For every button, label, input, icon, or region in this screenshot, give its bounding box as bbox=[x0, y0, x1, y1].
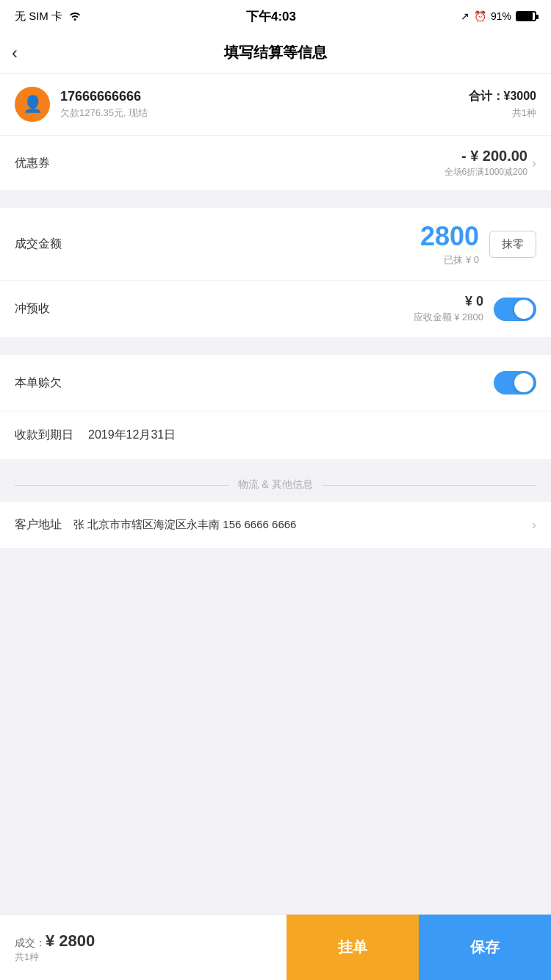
customer-section: 👤 17666666666 欠款1276.35元, 现结 合计：¥3000 共1… bbox=[0, 73, 551, 190]
save-button[interactable]: 保存 bbox=[419, 915, 551, 981]
amount-right: 2800 已抹 ¥ 0 抹零 bbox=[420, 221, 536, 267]
pre-collection-value: ¥ 0 bbox=[414, 294, 483, 309]
pre-collection-row: 冲预收 ¥ 0 应收金额 ¥ 2800 bbox=[0, 281, 551, 337]
divider-2 bbox=[0, 346, 551, 355]
address-chevron-icon: › bbox=[532, 517, 536, 533]
status-right: ↗ ⏰ 91% bbox=[461, 10, 536, 22]
battery-icon bbox=[516, 11, 536, 21]
chevron-right-icon: › bbox=[532, 156, 536, 171]
logistics-label: 物流 & 其他信息 bbox=[238, 478, 312, 491]
back-button[interactable]: ‹ bbox=[12, 43, 18, 63]
logistics-divider: 物流 & 其他信息 bbox=[0, 468, 551, 502]
amount-col: 2800 已抹 ¥ 0 bbox=[420, 221, 479, 267]
battery-label: 91% bbox=[491, 10, 511, 22]
wifi-icon bbox=[68, 10, 82, 23]
amount-row: 成交金额 2800 已抹 ¥ 0 抹零 bbox=[0, 208, 551, 281]
amount-label: 成交金额 bbox=[15, 237, 62, 252]
avatar-icon: 👤 bbox=[23, 95, 43, 114]
avatar: 👤 bbox=[15, 87, 50, 122]
pre-collection-value-col: ¥ 0 应收金额 ¥ 2800 bbox=[414, 294, 483, 324]
coupon-right: - ¥ 200.00 全场6折满1000减200 › bbox=[444, 148, 536, 179]
carrier-label: 无 SIM 卡 bbox=[15, 10, 62, 24]
amount-section: 成交金额 2800 已抹 ¥ 0 抹零 冲预收 ¥ 0 应收金额 ¥ 2800 bbox=[0, 208, 551, 337]
coupon-value: - ¥ 200.00 bbox=[444, 148, 527, 165]
debt-label: 本单赊欠 bbox=[15, 375, 62, 391]
bottom-spacer bbox=[0, 557, 551, 623]
page-title: 填写结算等信息 bbox=[224, 43, 327, 62]
address-label: 客户地址 bbox=[15, 517, 62, 533]
debt-toggle[interactable] bbox=[494, 371, 536, 394]
total-label: 合计： bbox=[469, 90, 504, 102]
pre-collection-toggle[interactable] bbox=[494, 298, 536, 321]
debt-section: 本单赊欠 收款到期日 2019年12月31日 bbox=[0, 355, 551, 459]
coupon-label: 优惠券 bbox=[15, 156, 50, 171]
hold-button[interactable]: 挂单 bbox=[287, 915, 419, 981]
due-date-label: 收款到期日 bbox=[15, 428, 73, 443]
customer-right: 合计：¥3000 共1种 bbox=[469, 89, 537, 120]
status-time: 下午4:03 bbox=[246, 8, 296, 25]
divider-line-right bbox=[322, 485, 536, 486]
amount-sub: 已抹 ¥ 0 bbox=[420, 253, 479, 267]
pre-collection-right: ¥ 0 应收金额 ¥ 2800 bbox=[414, 294, 536, 324]
bottom-bar: 成交：¥ 2800 共1种 挂单 保存 bbox=[0, 914, 551, 980]
coupon-value-block: - ¥ 200.00 全场6折满1000减200 bbox=[444, 148, 527, 179]
customer-total: 合计：¥3000 bbox=[469, 89, 537, 104]
customer-info: 17666666666 欠款1276.35元, 现结 bbox=[60, 89, 148, 120]
amount-value: 2800 bbox=[420, 221, 479, 252]
pre-collection-sub: 应收金额 ¥ 2800 bbox=[414, 311, 483, 324]
summary-count: 共1种 bbox=[15, 951, 272, 964]
customer-sub: 欠款1276.35元, 现结 bbox=[60, 107, 148, 120]
summary-amount: ¥ 2800 bbox=[46, 932, 95, 950]
address-row[interactable]: 客户地址 张 北京市市辖区海淀区永丰南 156 6666 6666 › bbox=[0, 502, 551, 548]
location-icon: ↗ bbox=[461, 10, 469, 22]
customer-count: 共1种 bbox=[469, 107, 537, 120]
coupon-row[interactable]: 优惠券 - ¥ 200.00 全场6折满1000减200 › bbox=[0, 136, 551, 190]
address-section: 客户地址 张 北京市市辖区海淀区永丰南 156 6666 6666 › bbox=[0, 502, 551, 548]
customer-left: 👤 17666666666 欠款1276.35元, 现结 bbox=[15, 87, 148, 122]
debt-row: 本单赊欠 bbox=[0, 355, 551, 411]
due-date-value: 2019年12月31日 bbox=[88, 428, 176, 443]
summary-label: 成交： bbox=[15, 937, 46, 948]
coupon-desc: 全场6折满1000减200 bbox=[444, 166, 527, 179]
customer-row: 👤 17666666666 欠款1276.35元, 现结 合计：¥3000 共1… bbox=[0, 73, 551, 136]
status-left: 无 SIM 卡 bbox=[15, 10, 82, 24]
alarm-icon: ⏰ bbox=[474, 10, 486, 22]
customer-phone: 17666666666 bbox=[60, 89, 148, 104]
due-date-row: 收款到期日 2019年12月31日 bbox=[0, 411, 551, 459]
nav-bar: ‹ 填写结算等信息 bbox=[0, 32, 551, 73]
divider-1 bbox=[0, 199, 551, 208]
address-value: 张 北京市市辖区海淀区永丰南 156 6666 6666 bbox=[73, 516, 532, 533]
total-value: ¥3000 bbox=[504, 90, 537, 102]
divider-line-left bbox=[15, 485, 229, 486]
bottom-summary: 成交：¥ 2800 共1种 bbox=[0, 932, 287, 964]
pre-collection-label: 冲预收 bbox=[15, 301, 50, 317]
round-down-button[interactable]: 抹零 bbox=[489, 231, 536, 258]
status-bar: 无 SIM 卡 下午4:03 ↗ ⏰ 91% bbox=[0, 0, 551, 32]
summary-top: 成交：¥ 2800 bbox=[15, 932, 272, 951]
